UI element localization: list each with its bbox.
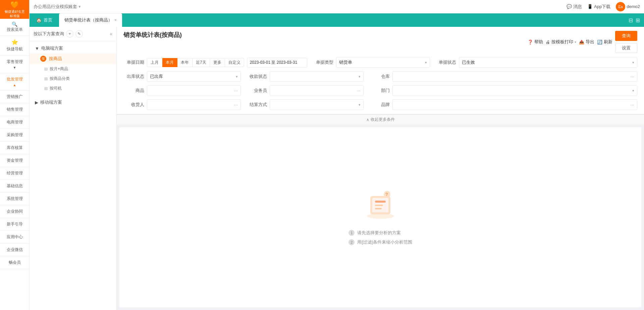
sidebar-item-cooperation[interactable]: 企业协同 xyxy=(0,205,29,218)
brand-dots-icon[interactable]: ··· xyxy=(630,102,634,107)
warehouse-dots-icon[interactable]: ··· xyxy=(630,74,634,79)
help-action[interactable]: ❓ 帮助 xyxy=(528,39,543,45)
department-control[interactable]: ▾ xyxy=(392,85,637,96)
sidebar-item-appstore[interactable]: 应用中心 xyxy=(0,231,29,244)
sidebar-item-purchase[interactable]: 采购管理 xyxy=(0,129,29,142)
svg-rect-5 xyxy=(375,208,382,209)
user-name: demo2 xyxy=(627,4,640,9)
left-panel-title: 按以下方案查询 xyxy=(34,31,64,37)
query-button[interactable]: 查询 xyxy=(615,31,637,41)
consignee-dots-icon[interactable]: ··· xyxy=(234,102,238,107)
tab-expand-icon[interactable]: ⊞ xyxy=(636,17,640,23)
sidebar-item-operations[interactable]: 经营管理 xyxy=(0,167,29,180)
collapse-bar[interactable]: ∧ 收起更多条件 xyxy=(117,114,644,124)
tab-close-icon[interactable]: × xyxy=(114,18,117,22)
sidebar-item-ecommerce[interactable]: 电商管理 xyxy=(0,116,29,129)
system-label: 系统管理 xyxy=(7,196,23,202)
logo-text: 畅捷通好生意 xyxy=(5,9,25,14)
add-scheme-button[interactable]: + xyxy=(66,30,73,38)
date-tab-thisyear[interactable]: 本年 xyxy=(177,58,193,67)
page-title: 销货单统计表(按商品) xyxy=(123,31,182,39)
sidebar-item-basic[interactable]: 基础信息 xyxy=(0,180,29,193)
salesperson-control[interactable]: ··· xyxy=(270,85,364,96)
wholesale-arrow: ▲ xyxy=(13,83,16,87)
date-label: 单据日期 xyxy=(123,59,147,65)
left-panel-header: 按以下方案查询 + ✎ « xyxy=(30,27,116,41)
search-menu-label: 搜索菜单 xyxy=(0,27,29,33)
sidebar-item-wholesale[interactable]: 批发管理 ▲ xyxy=(0,73,29,91)
sales-label: 销售管理 xyxy=(7,107,23,112)
sidebar-item-marketing[interactable]: 营销推广 xyxy=(0,91,29,103)
doc-type-control[interactable]: 销货单 ▾ xyxy=(336,57,430,68)
message-action[interactable]: 💬 消息 xyxy=(567,4,582,10)
app-download-icon: 📱 xyxy=(587,4,593,9)
sidebar-item-guide[interactable]: 新手引导 xyxy=(0,218,29,231)
shortcut-nav[interactable]: ⭐ 快捷导航 xyxy=(0,36,29,56)
date-tab-7days[interactable]: 近7天 xyxy=(193,58,210,67)
sidebar-item-system[interactable]: 系统管理 xyxy=(0,193,29,205)
app-download-action[interactable]: 📱 App下载 xyxy=(587,4,610,10)
sidebar-item-sales[interactable]: 销售管理 xyxy=(0,103,29,116)
date-tabs: 上月 本月 本年 近7天 更多 自定义 xyxy=(147,58,244,67)
app-logo: 🧡 畅捷通好生意 标准版 xyxy=(0,0,30,19)
print-action[interactable]: 🖨 按模板打印 ▾ xyxy=(546,39,576,45)
payment-control[interactable]: ▾ xyxy=(270,99,364,110)
date-tab-more[interactable]: 更多 xyxy=(210,58,225,67)
guide-label: 新手引导 xyxy=(7,221,23,227)
settings-button[interactable]: 设置 xyxy=(615,43,637,53)
tab-home[interactable]: 🏠 首页 xyxy=(30,13,59,27)
department-arrow-icon: ▾ xyxy=(632,89,634,93)
scheme-group-desktop-title[interactable]: ▼ 电脑端方案 xyxy=(30,43,116,53)
date-control: 上月 本月 本年 近7天 更多 自定义 2023-03-01 至 2023-03… xyxy=(147,58,307,67)
filter-row-1: 单据日期 上月 本月 本年 近7天 更多 自定义 2023-03-01 至 20… xyxy=(123,57,637,68)
step-2-num: 2 xyxy=(348,239,355,245)
scheme-group-mobile-title[interactable]: ▶ 移动端方案 xyxy=(30,97,116,107)
tab-active[interactable]: 销货单统计表（按商品） × xyxy=(59,13,122,27)
date-tab-lastmonth[interactable]: 上月 xyxy=(147,58,162,67)
out-status-value: 已出库 xyxy=(150,73,236,80)
scheme-group-mobile: ▶ 移动端方案 xyxy=(30,95,116,109)
out-status-control[interactable]: 已出库 ▾ xyxy=(147,71,241,82)
payment-label: 结算方式 xyxy=(246,102,270,108)
product-control[interactable]: ··· xyxy=(147,85,241,96)
sidebar-item-member[interactable]: 畅会员 xyxy=(0,256,29,269)
query-buttons: 查询 设置 xyxy=(615,31,637,53)
scheme-sub-item-month-product[interactable]: ▤ 按月+商品 xyxy=(30,64,116,74)
edit-scheme-button[interactable]: ✎ xyxy=(75,30,83,38)
date-tab-thismonth[interactable]: 本月 xyxy=(162,58,177,67)
sidebar-item-inventory[interactable]: 库存核算 xyxy=(0,142,29,154)
expand-icon: ▼ xyxy=(35,46,39,51)
date-range-input[interactable]: 2023-03-01 至 2023-03-31 xyxy=(247,58,307,67)
export-action[interactable]: 📤 导出 xyxy=(579,39,594,45)
top-dropdown-icon[interactable]: ▾ xyxy=(78,4,81,9)
product-dots-icon[interactable]: ··· xyxy=(234,88,238,93)
page-header-section: 销货单统计表(按商品) ❓ 帮助 🖨 按模板打印 ▾ 📤 xyxy=(117,27,644,124)
tab-minimize-icon[interactable]: ⊟ xyxy=(629,17,633,23)
receipt-status-control[interactable]: ▾ xyxy=(270,71,364,82)
scheme-sub-item-category[interactable]: ▤ 按商品分类 xyxy=(30,74,116,84)
scheme-sub-item-driver[interactable]: ▤ 按司机 xyxy=(30,84,116,93)
search-menu[interactable]: 🔍 搜索菜单 xyxy=(0,19,29,36)
sidebar-item-retail[interactable]: 零售管理 ▼ xyxy=(0,56,29,73)
scheme-item-product[interactable]: 按 按商品 xyxy=(30,53,116,64)
sidebar-item-finance[interactable]: 资金管理 xyxy=(0,154,29,167)
collapse-panel-button[interactable]: « xyxy=(110,31,112,37)
brand-control[interactable]: ··· xyxy=(392,99,637,110)
salesperson-dots-icon[interactable]: ··· xyxy=(357,88,361,93)
retail-label: 零售管理 xyxy=(7,59,23,65)
doc-status-value: 已生效 xyxy=(462,59,632,65)
sub-item-2-label: 按商品分类 xyxy=(50,76,70,82)
content-area: 按以下方案查询 + ✎ « ▼ 电脑端方案 按 按商品 ▤ 按月+商品 xyxy=(30,27,644,310)
doc-type-value: 销货单 xyxy=(339,59,425,65)
retail-arrow: ▼ xyxy=(13,66,16,69)
sidebar-item-wechat[interactable]: 企业微信 xyxy=(0,244,29,256)
warehouse-control[interactable]: ··· xyxy=(392,71,637,82)
consignee-control[interactable]: ··· xyxy=(147,99,241,110)
user-profile-action[interactable]: Ea demo2 xyxy=(616,2,640,11)
refresh-action[interactable]: 🔄 刷新 xyxy=(597,39,612,45)
date-tab-custom[interactable]: 自定义 xyxy=(225,58,244,67)
logo-icon: 🧡 xyxy=(10,1,19,9)
doc-status-control[interactable]: 已生效 ▾ xyxy=(459,57,637,68)
svg-rect-4 xyxy=(375,205,383,206)
page-actions: ❓ 帮助 🖨 按模板打印 ▾ 📤 导出 🔄 xyxy=(528,31,637,53)
